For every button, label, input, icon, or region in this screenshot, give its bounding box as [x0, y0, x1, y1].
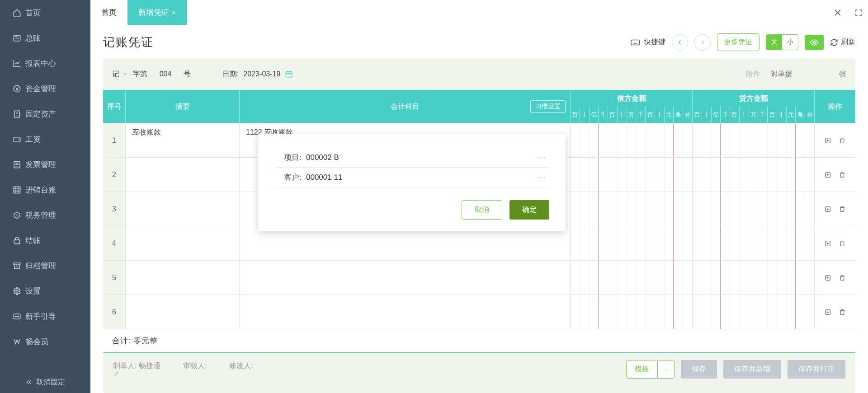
- save-print-button[interactable]: 保存并打印: [788, 360, 845, 379]
- sidebar-collapse[interactable]: 取消固定: [0, 371, 90, 393]
- popup-value[interactable]: 000001 11: [306, 173, 535, 182]
- fullscreen-icon[interactable]: [853, 7, 864, 19]
- save-button[interactable]: 保存: [681, 360, 717, 379]
- sidebar-item-ledger[interactable]: 总账: [0, 25, 90, 51]
- row-ops: [815, 123, 855, 157]
- sidebar: 首页 总账 报表中心 资金管理 固定资产 工资 发票管理 进销台账 税务管理 结…: [0, 0, 90, 393]
- insert-row-icon[interactable]: [824, 308, 832, 316]
- row-summary[interactable]: [126, 158, 240, 192]
- delete-row-icon[interactable]: [838, 308, 846, 316]
- sidebar-item-invoice[interactable]: 发票管理: [0, 152, 90, 177]
- credit-digits: 百十亿千百十万千百十元角分: [693, 107, 814, 123]
- sidebar-item-close[interactable]: 结账: [0, 228, 90, 253]
- sidebar-item-label: 首页: [25, 8, 41, 18]
- sidebar-item-salary[interactable]: 工资: [0, 126, 90, 152]
- voucher-type-field[interactable]: 记: [112, 70, 128, 79]
- attachment-button[interactable]: 附件: [746, 70, 760, 79]
- sidebar-item-assets[interactable]: 固定资产: [0, 101, 90, 126]
- refresh-button[interactable]: 刷新: [830, 37, 855, 47]
- sidebar-item-label: 税务管理: [25, 210, 56, 220]
- aux-info-popup: 项目: 000002 B ··· 客户: 000001 11 ··· 取消 确定: [258, 134, 566, 231]
- archive-icon: [13, 262, 25, 270]
- row-summary[interactable]: [126, 295, 240, 329]
- invoice-icon: [13, 160, 25, 169]
- more-vouchers-button[interactable]: 更多凭证: [717, 33, 760, 51]
- sidebar-item-funds[interactable]: 资金管理: [0, 76, 90, 101]
- next-voucher-button[interactable]: [694, 34, 711, 51]
- popup-row-customer: 客户: 000001 11 ···: [274, 168, 549, 187]
- sidebar-item-guide[interactable]: 新手引导: [0, 304, 90, 329]
- insert-row-icon[interactable]: [824, 205, 832, 213]
- sidebar-item-vip[interactable]: 畅会员: [0, 329, 90, 354]
- vip-icon: [13, 337, 25, 346]
- guide-icon: [13, 312, 25, 321]
- sidebar-item-home[interactable]: 首页: [0, 0, 90, 25]
- size-small[interactable]: 小: [782, 35, 798, 50]
- zhang-label: 张: [839, 70, 846, 79]
- row-subject[interactable]: [240, 295, 571, 329]
- ellipsis-icon[interactable]: ···: [535, 173, 549, 182]
- row-summary[interactable]: [126, 192, 240, 226]
- row-seq: 6: [103, 295, 126, 329]
- delete-row-icon[interactable]: [838, 274, 846, 282]
- col-subject-label: 会计科目: [391, 102, 420, 112]
- sidebar-item-psi[interactable]: 进销台账: [0, 177, 90, 202]
- row-summary[interactable]: [126, 226, 240, 260]
- col-subject: 会计科目习惯设置: [240, 90, 571, 123]
- row-summary[interactable]: 应收账款: [126, 123, 240, 157]
- sidebar-item-label: 结账: [25, 235, 41, 246]
- shortcut-hint[interactable]: 快捷键: [630, 37, 665, 47]
- insert-row-icon[interactable]: [824, 136, 832, 145]
- close-window-icon[interactable]: [832, 7, 844, 19]
- insert-row-icon[interactable]: [824, 239, 832, 248]
- sidebar-item-archive[interactable]: 归档管理: [0, 253, 90, 278]
- lock-icon: [13, 236, 25, 245]
- close-icon[interactable]: ×: [172, 9, 176, 16]
- ellipsis-icon[interactable]: ···: [535, 154, 549, 162]
- delete-row-icon[interactable]: [838, 205, 846, 213]
- template-button[interactable]: 模板: [626, 360, 675, 379]
- insert-row-icon[interactable]: [824, 171, 832, 179]
- page-title: 记账凭证: [103, 34, 154, 50]
- svg-rect-2: [14, 111, 19, 117]
- cancel-button[interactable]: 取消: [462, 200, 502, 220]
- confirm-button[interactable]: 确定: [509, 200, 549, 220]
- size-large[interactable]: 大: [766, 35, 782, 50]
- table-row: 6: [103, 295, 855, 329]
- zi-label: 字第: [133, 70, 147, 79]
- calendar-icon[interactable]: [285, 70, 293, 78]
- tab-home[interactable]: 首页: [90, 0, 127, 25]
- col-debit-label: 借方金额: [571, 90, 692, 107]
- sidebar-item-label: 畅会员: [25, 337, 48, 347]
- row-summary[interactable]: [126, 261, 240, 295]
- sidebar-item-reports[interactable]: 报表中心: [0, 51, 90, 76]
- insert-row-icon[interactable]: [824, 274, 832, 282]
- col-credit: 贷方金额 百十亿千百十万千百十元角分: [693, 90, 815, 123]
- tabbar: 首页 新增凭证×: [90, 0, 868, 25]
- visibility-toggle[interactable]: [805, 35, 824, 50]
- prev-voucher-button[interactable]: [672, 34, 688, 51]
- total-row: 合计: 零元整: [103, 329, 855, 352]
- sidebar-item-label: 新手引导: [25, 311, 56, 322]
- delete-row-icon[interactable]: [838, 171, 846, 179]
- edit-icon[interactable]: [113, 371, 160, 377]
- habit-settings-button[interactable]: 习惯设置: [530, 100, 566, 113]
- svg-point-10: [15, 316, 16, 317]
- svg-rect-7: [14, 263, 20, 265]
- size-toggle: 大 小: [766, 34, 798, 50]
- delete-row-icon[interactable]: [838, 239, 846, 248]
- date-label: 日期:: [222, 70, 239, 79]
- row-subject[interactable]: [240, 261, 571, 295]
- svg-point-12: [18, 316, 19, 317]
- save-new-button[interactable]: 保存并新增: [723, 360, 781, 379]
- voucher-number-input[interactable]: 004: [152, 70, 179, 78]
- sidebar-item-tax[interactable]: 税务管理: [0, 202, 90, 228]
- voucher-type-value: 记: [112, 70, 119, 79]
- row-subject[interactable]: [240, 226, 571, 260]
- sidebar-item-settings[interactable]: 设置: [0, 278, 90, 304]
- popup-value[interactable]: 000002 B: [306, 153, 535, 162]
- date-value[interactable]: 2023-03-19: [243, 70, 280, 78]
- col-credit-label: 贷方金额: [693, 90, 814, 107]
- delete-row-icon[interactable]: [838, 136, 846, 145]
- tab-new-voucher[interactable]: 新增凭证×: [127, 0, 187, 25]
